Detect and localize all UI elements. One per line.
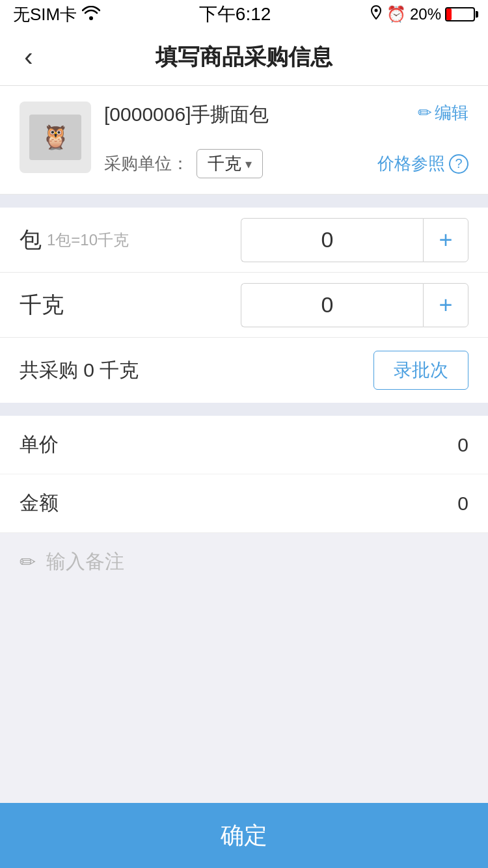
- back-button[interactable]: ‹: [0, 29, 57, 86]
- total-prefix: 共采购: [20, 359, 78, 381]
- bao-input[interactable]: [241, 218, 423, 262]
- amount-row: 金额 0: [0, 474, 488, 533]
- product-title: 手撕面包: [191, 103, 269, 125]
- unit-price-value: 0: [457, 434, 468, 456]
- product-info: [0000006]手撕面包 ✏ 编辑 采购单位： 千克 ▾ 价格参照: [104, 102, 468, 178]
- record-batch-button[interactable]: 录批次: [373, 351, 468, 390]
- note-section[interactable]: ✏ 输入备注: [0, 533, 488, 591]
- total-text: 共采购 0 千克: [20, 357, 139, 384]
- bao-controls: +: [241, 218, 468, 262]
- confirm-button[interactable]: 确定: [0, 803, 488, 868]
- status-bar: 无SIM卡 下午6:12 ⏰ 20%: [0, 0, 488, 29]
- bao-input-row: 包 1包=10千克 +: [0, 208, 488, 273]
- unit-selector[interactable]: 千克 ▾: [197, 149, 263, 178]
- wifi-icon: [82, 5, 100, 25]
- kg-controls: +: [241, 283, 468, 327]
- battery-percent: 20%: [410, 5, 441, 23]
- back-arrow-icon: ‹: [24, 42, 33, 72]
- note-placeholder: 输入备注: [46, 549, 124, 575]
- product-bottom-row: 采购单位： 千克 ▾ 价格参照 ?: [104, 149, 468, 178]
- product-code: [0000006]: [104, 103, 191, 125]
- price-reference-button[interactable]: 价格参照 ?: [377, 152, 468, 175]
- status-left: 无SIM卡: [13, 3, 100, 26]
- bao-label: 包: [20, 225, 42, 255]
- kg-input[interactable]: [241, 283, 423, 327]
- edit-label: 编辑: [435, 102, 468, 124]
- total-amount: 0: [83, 359, 94, 381]
- confirm-label: 确定: [221, 820, 267, 852]
- help-icon: ?: [449, 154, 468, 174]
- svg-point-0: [374, 9, 377, 12]
- product-image: 🦉: [20, 102, 91, 173]
- note-pencil-icon: ✏: [20, 550, 36, 573]
- product-top-row: [0000006]手撕面包 ✏ 编辑: [104, 102, 468, 139]
- section-divider-2: [0, 403, 488, 416]
- status-time: 下午6:12: [199, 2, 271, 27]
- nav-bar: ‹ 填写商品采购信息: [0, 29, 488, 86]
- edit-button[interactable]: ✏ 编辑: [418, 102, 468, 124]
- amount-label: 金额: [20, 490, 59, 517]
- input-section: 包 1包=10千克 + 千克 + 共采购 0 千克 录批次: [0, 208, 488, 403]
- main-content: 🦉 [0000006]手撕面包 ✏ 编辑 采购单位： 千克 ▾: [0, 86, 488, 786]
- dropdown-arrow-icon: ▾: [245, 156, 252, 172]
- product-logo-icon: 🦉: [41, 124, 70, 151]
- bao-sublabel: 1包=10千克: [47, 230, 129, 251]
- total-unit: 千克: [100, 359, 139, 381]
- unit-label: 采购单位：: [104, 152, 189, 175]
- info-section: 单价 0 金额 0: [0, 416, 488, 533]
- amount-value: 0: [457, 493, 468, 515]
- unit-row: 采购单位： 千克 ▾: [104, 149, 263, 178]
- location-icon: [370, 5, 383, 23]
- section-divider-1: [0, 195, 488, 208]
- product-card: 🦉 [0000006]手撕面包 ✏ 编辑 采购单位： 千克 ▾: [0, 86, 488, 195]
- status-right: ⏰ 20%: [370, 5, 475, 23]
- battery-icon: [445, 7, 475, 21]
- kg-label: 千克: [20, 290, 64, 320]
- unit-price-label: 单价: [20, 431, 59, 458]
- content-spacer: [0, 591, 488, 721]
- page-title: 填写商品采购信息: [0, 42, 488, 72]
- edit-icon: ✏: [418, 103, 432, 123]
- price-ref-label: 价格参照: [377, 152, 445, 175]
- total-row: 共采购 0 千克 录批次: [0, 338, 488, 403]
- alarm-icon: ⏰: [386, 5, 406, 23]
- bao-plus-button[interactable]: +: [423, 218, 468, 262]
- product-thumbnail: 🦉: [29, 115, 81, 160]
- unit-price-row: 单价 0: [0, 416, 488, 474]
- unit-value: 千克: [208, 152, 241, 175]
- carrier-label: 无SIM卡: [13, 3, 77, 26]
- kg-plus-button[interactable]: +: [423, 283, 468, 327]
- kg-input-row: 千克 +: [0, 273, 488, 338]
- product-name: [0000006]手撕面包: [104, 102, 269, 128]
